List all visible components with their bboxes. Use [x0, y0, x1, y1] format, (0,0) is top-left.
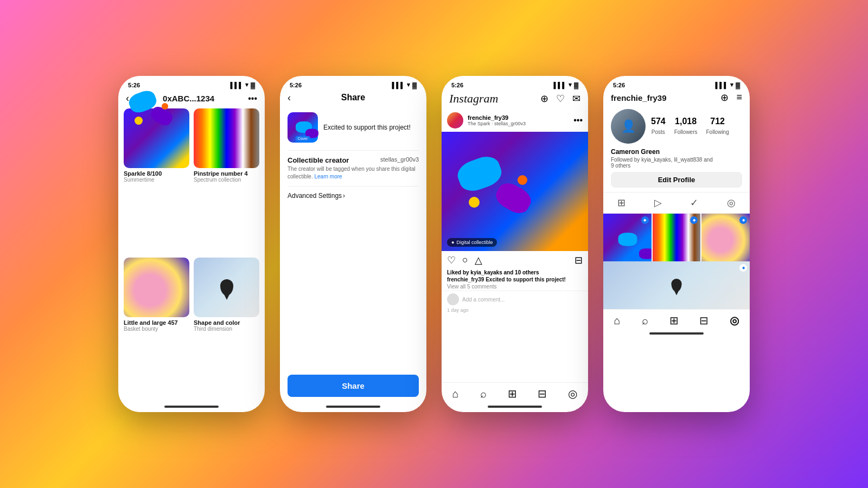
view-comments[interactable]: View all 5 comments [442, 284, 588, 291]
post-action-left: ♡ ○ △ [447, 254, 482, 266]
grid-badge-1: ◆ [641, 216, 649, 224]
profile-nav-icon[interactable]: ◎ [568, 387, 577, 400]
signal-icon: ▌▌▌ [231, 82, 243, 88]
time-4: 5:26 [613, 82, 625, 88]
status-icons-1: ▌▌▌ ▾ ▓ [231, 81, 255, 88]
home-nav-icon-4[interactable]: ⌂ [614, 314, 620, 327]
share-preview: Cover Excited to support this project! [288, 112, 419, 143]
reels-tab-icon[interactable]: ▷ [654, 197, 662, 209]
caption-username[interactable]: frenchie_fry39 [447, 277, 484, 282]
bag-nav-icon-4[interactable]: ⊟ [699, 314, 709, 327]
messenger-icon[interactable]: ✉ [572, 93, 580, 105]
divider-1 [288, 150, 419, 151]
share-title: Share [341, 93, 365, 102]
status-bar-3: 5:26 ▌▌▌ ▾ ▓ [442, 76, 588, 91]
nft-grid: Sparkle 8/100 Summertime Pinstripe numbe… [118, 108, 265, 402]
battery-icon: ▓ [251, 82, 255, 88]
nft-collection-2: Spectrum collection [194, 177, 259, 183]
nft-item-1[interactable]: Sparkle 8/100 Summertime [124, 108, 189, 253]
status-bar-4: 5:26 ▌▌▌ ▾ ▓ [603, 76, 750, 91]
add-profile-icon[interactable]: ⊕ [720, 92, 729, 104]
grid-item-2[interactable]: ◆ [653, 214, 701, 261]
nft-name-4: Shape and color [194, 319, 259, 326]
tagged-check-icon[interactable]: ✓ [690, 197, 698, 209]
nft-collection-1: Summertime [124, 177, 189, 183]
wifi-icon-3: ▾ [569, 81, 572, 88]
stat-posts: 574 Posts [651, 117, 666, 136]
following-label: Following [706, 129, 729, 135]
grid-item-4[interactable]: ◆ [603, 261, 750, 309]
share-desc: The creator will be tagged when you shar… [288, 165, 419, 181]
status-icons-4: ▌▌▌ ▾ ▓ [716, 81, 740, 88]
grid-item-1[interactable]: ◆ [603, 214, 652, 261]
posts-count: 574 [651, 117, 666, 126]
search-nav-icon-4[interactable]: ⌕ [642, 314, 648, 327]
status-bar-2: 5:26 ▌▌▌ ▾ ▓ [280, 76, 426, 91]
feed-header: Instagram ⊕ ♡ ✉ [442, 91, 588, 109]
post-time: 1 day ago [442, 307, 588, 315]
post-user: frenchie_fry39 The Spark · stellas_gr00v… [447, 112, 526, 129]
followers-label: Followers [674, 129, 698, 135]
share-caption: Excited to support this project! [323, 124, 411, 131]
more-icon[interactable]: ••• [248, 94, 257, 104]
advanced-settings[interactable]: Advanced Settings › [288, 192, 419, 200]
profile-grid-row1: ◆ ◆ ◆ [603, 214, 750, 261]
share-post-icon[interactable]: △ [475, 254, 482, 266]
comment-input-row: Add a comment... [442, 291, 588, 307]
shop-nav-icon-4[interactable]: ⊞ [669, 314, 679, 327]
share-button[interactable]: Share [288, 375, 419, 397]
nft-item-4[interactable]: Shape and color Third dimension [194, 258, 259, 402]
nft-thumb-3 [124, 258, 189, 317]
nft-item-2[interactable]: Pinstripe number 4 Spectrum collection [194, 108, 259, 253]
save-icon[interactable]: ⊟ [575, 254, 583, 266]
nft-name-2: Pinstripe number 4 [194, 170, 259, 177]
edit-profile-button[interactable]: Edit Profile [611, 172, 742, 188]
status-bar-1: 5:26 ▌▌▌ ▾ ▓ [118, 76, 265, 91]
post-likes: Liked by kyia_kayaks and 10 others [442, 269, 588, 277]
search-nav-icon[interactable]: ⌕ [480, 388, 487, 400]
collectible-creator-label: Collectible creator [288, 156, 349, 164]
add-icon[interactable]: ⊕ [540, 93, 548, 105]
bottom-nav-4: ⌂ ⌕ ⊞ ⊟ ◎ [603, 309, 750, 329]
like-icon[interactable]: ♡ [447, 254, 456, 266]
chevron-right-icon: › [343, 192, 345, 200]
share-back-icon[interactable]: ‹ [288, 92, 291, 104]
following-count: 712 [706, 117, 729, 126]
collectible-creator-value: stellas_gr00v3 [380, 156, 419, 165]
time-1: 5:26 [128, 82, 140, 88]
share-content: Cover Excited to support this project! C… [280, 107, 426, 369]
post-username[interactable]: frenchie_fry39 [468, 114, 526, 121]
status-icons-2: ▌▌▌ ▾ ▓ [392, 81, 417, 88]
grid-tab-icon[interactable]: ⊞ [617, 197, 626, 209]
comment-icon[interactable]: ○ [462, 254, 468, 266]
share-header: ‹ Share [280, 91, 426, 107]
cover-label: Cover [296, 136, 310, 141]
profile-avatar: 👤 [611, 109, 646, 144]
time-3: 5:26 [451, 82, 463, 88]
shop-nav-icon[interactable]: ⊞ [508, 387, 517, 400]
grid-badge-3: ◆ [739, 216, 747, 224]
heart-icon[interactable]: ♡ [556, 93, 565, 105]
grid-badge-4: ◆ [739, 264, 747, 272]
stat-followers[interactable]: 1,018 Followers [674, 117, 698, 136]
divider-2 [288, 186, 419, 187]
grid-item-3[interactable]: ◆ [701, 214, 750, 261]
menu-icon[interactable]: ≡ [736, 92, 742, 104]
post-more-icon[interactable]: ••• [573, 115, 583, 125]
nft-item-3[interactable]: Little and large 457 Basket bounty [124, 258, 189, 402]
home-nav-icon[interactable]: ⌂ [452, 388, 458, 400]
profile-nav-icon-4[interactable]: ◎ [730, 314, 739, 327]
stat-following[interactable]: 712 Following [706, 117, 729, 136]
home-indicator-3 [488, 406, 542, 408]
tagged-person-icon[interactable]: ◎ [727, 197, 736, 209]
post-caption: frenchie_fry39 Excited to support this p… [442, 277, 588, 284]
posts-label: Posts [652, 129, 665, 135]
comment-placeholder[interactable]: Add a comment... [462, 297, 505, 303]
learn-more-link[interactable]: Learn more [314, 174, 342, 179]
bag-nav-icon[interactable]: ⊟ [538, 387, 547, 400]
nft-title: 0xABC...1234 [163, 94, 214, 103]
signal-icon-3: ▌▌▌ [554, 82, 566, 88]
profile-header-bar: frenchie_fry39 ⊕ ≡ [603, 91, 750, 107]
signal-icon-4: ▌▌▌ [716, 82, 728, 88]
post-avatar [447, 112, 463, 129]
